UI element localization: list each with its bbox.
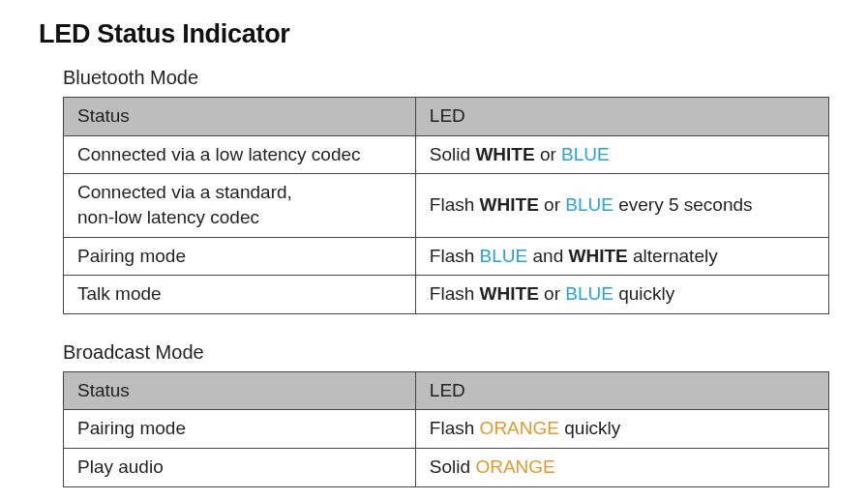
col-header-led: LED	[415, 98, 828, 136]
table-row: Connected via a low latency codec Solid …	[64, 135, 829, 174]
table-bluetooth-mode: Status LED Connected via a low latency c…	[63, 97, 829, 314]
table-row: Pairing mode Flash ORANGE quickly	[64, 410, 829, 449]
cell-status: Connected via a low latency codec	[64, 135, 416, 174]
cell-led: Flash BLUE and WHITE alternately	[415, 237, 828, 276]
cell-status: Play audio	[64, 449, 416, 487]
cell-status: Pairing mode	[64, 237, 416, 276]
col-header-led: LED	[415, 371, 828, 410]
cell-led: Flash WHITE or BLUE every 5 seconds	[415, 174, 828, 237]
table-row: Pairing mode Flash BLUE and WHITE altern…	[64, 237, 829, 276]
page-title: LED Status Indicator	[39, 19, 829, 49]
table-broadcast-mode: Status LED Pairing mode Flash ORANGE qui…	[63, 371, 829, 487]
section-label-broadcast-mode: Broadcast Mode	[63, 341, 829, 364]
cell-led: Solid ORANGE	[415, 449, 828, 487]
table-row: Talk mode Flash WHITE or BLUE quickly	[64, 276, 829, 314]
cell-status: Pairing mode	[64, 410, 416, 449]
table-row: Connected via a standard,non-low latency…	[64, 174, 829, 237]
col-header-status: Status	[64, 371, 416, 410]
table-header-row: Status LED	[64, 371, 829, 410]
section-label-bluetooth-mode: Bluetooth Mode	[63, 67, 829, 89]
cell-led: Flash WHITE or BLUE quickly	[415, 276, 828, 314]
cell-status: Connected via a standard,non-low latency…	[64, 174, 416, 237]
col-header-status: Status	[64, 98, 416, 136]
cell-led: Solid WHITE or BLUE	[415, 135, 828, 174]
cell-status: Talk mode	[64, 276, 416, 314]
cell-led: Flash ORANGE quickly	[415, 410, 828, 449]
table-row: Play audio Solid ORANGE	[64, 449, 829, 487]
table-header-row: Status LED	[64, 98, 829, 136]
